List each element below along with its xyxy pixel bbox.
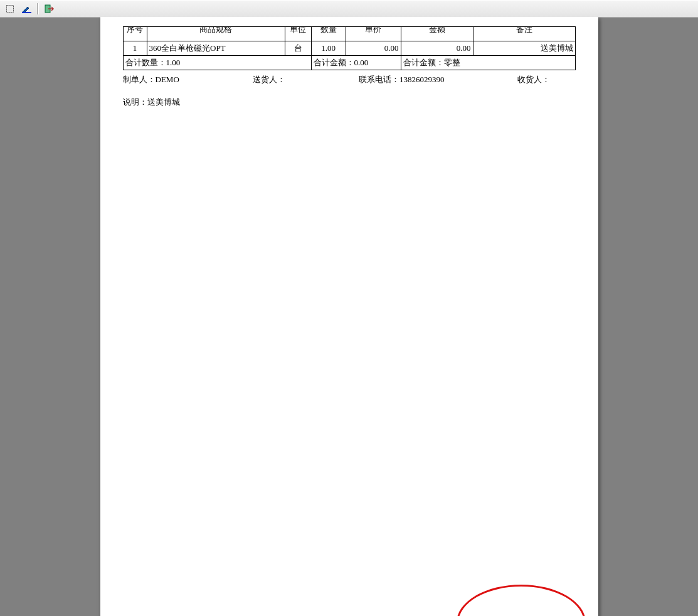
table-header-row: 序号 商品规格 单位 数量 单价 金额 备注: [123, 27, 575, 41]
cell-amount: 0.00: [401, 41, 473, 56]
col-seq: 序号: [123, 27, 147, 41]
note-row: 说明：送美博城: [123, 97, 576, 108]
exit-icon: [45, 4, 55, 13]
maker-label: 制单人：: [123, 75, 156, 84]
report-content: 序号 商品规格 单位 数量 单价 金额 备注 1 360全白单枪磁光OPT 台 …: [123, 26, 576, 108]
maker-field: 制单人：DEMO: [123, 74, 179, 85]
total-amount-label: 合计金额：: [314, 58, 354, 67]
table-row: 1 360全白单枪磁光OPT 台 1.00 0.00 0.00 送美博城: [123, 41, 575, 56]
highlight-ellipse-annotation: [457, 585, 586, 616]
exit-tool-button[interactable]: [42, 2, 57, 16]
col-remark: 备注: [473, 27, 575, 41]
col-name: 商品规格: [147, 27, 285, 41]
cell-price: 0.00: [346, 41, 401, 56]
total-amount-cn-value: 零整: [444, 58, 460, 67]
cell-unit: 台: [285, 41, 311, 56]
sender-field: 送货人：: [253, 74, 285, 85]
pen-icon: [21, 4, 31, 13]
total-amount-cell: 合计金额：0.00: [311, 56, 401, 70]
cell-name: 360全白单枪磁光OPT: [147, 41, 285, 56]
pen-tool-button[interactable]: [19, 2, 34, 16]
maker-value: DEMO: [156, 75, 179, 84]
preview-page: 序号 商品规格 单位 数量 单价 金额 备注 1 360全白单枪磁光OPT 台 …: [100, 17, 598, 616]
total-amount-cn-cell: 合计金额：零整: [401, 56, 575, 70]
col-amount: 金额: [401, 27, 473, 41]
phone-label: 联系电话：: [359, 75, 399, 84]
note-label: 说明：: [123, 97, 147, 107]
receiver-label: 收货人：: [517, 75, 550, 84]
phone-field: 联系电话：13826029390: [359, 74, 445, 85]
toolbar-separator: [37, 3, 39, 14]
info-row: 制单人：DEMO 送货人： 联系电话：13826029390 收货人：: [123, 74, 576, 85]
cell-seq: 1: [123, 41, 147, 56]
receiver-field: 收货人：: [517, 74, 550, 85]
total-qty-value: 1.00: [166, 58, 181, 67]
total-amount-value: 0.00: [354, 58, 369, 67]
svg-rect-0: [7, 6, 14, 13]
col-qty: 数量: [311, 27, 346, 41]
total-amount-cn-label: 合计金额：: [403, 58, 444, 67]
phone-value: 13826029390: [399, 75, 445, 84]
total-qty-label: 合计数量：: [125, 58, 166, 67]
total-qty-cell: 合计数量：1.00: [123, 56, 311, 70]
note-value: 送美博城: [147, 97, 180, 107]
col-price: 单价: [346, 27, 401, 41]
totals-row: 合计数量：1.00 合计金额：0.00 合计金额：零整: [123, 56, 575, 70]
items-table: 序号 商品规格 单位 数量 单价 金额 备注 1 360全白单枪磁光OPT 台 …: [123, 26, 576, 70]
select-tool-button[interactable]: [3, 2, 18, 16]
dashed-rect-icon: [6, 4, 14, 13]
col-unit: 单位: [285, 27, 311, 41]
toolbar: [0, 0, 698, 18]
cell-remark: 送美博城: [473, 41, 575, 56]
sender-label: 送货人：: [253, 75, 285, 84]
cell-qty: 1.00: [311, 41, 346, 56]
print-preview-viewer[interactable]: 序号 商品规格 单位 数量 单价 金额 备注 1 360全白单枪磁光OPT 台 …: [0, 17, 698, 616]
